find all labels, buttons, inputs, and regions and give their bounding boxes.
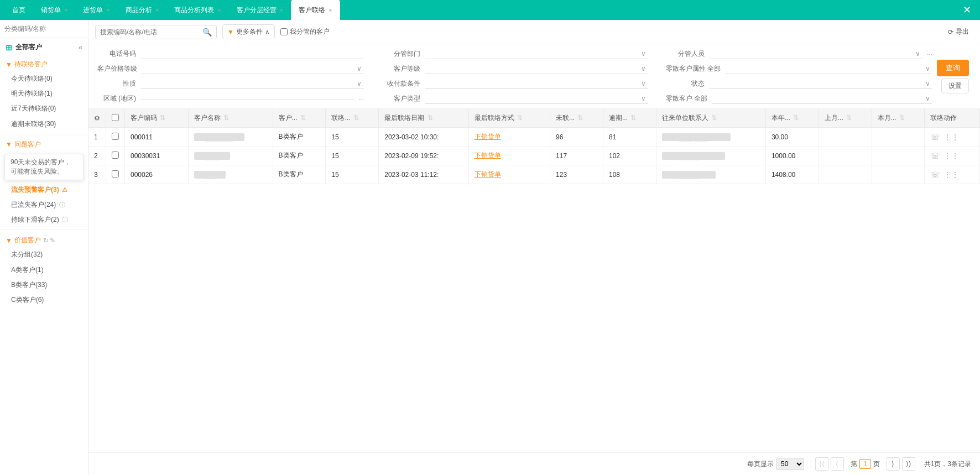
filter-dept-select[interactable]: ∨	[425, 49, 648, 59]
filter-status-select[interactable]: ∨	[709, 79, 932, 89]
sidebar-item-overdue-contact[interactable]: 逾期未联络(30)	[0, 117, 88, 132]
filter-search-input[interactable]	[100, 28, 202, 36]
close-customer-contact-tab[interactable]: ×	[329, 7, 332, 13]
filter-search-icon[interactable]: 🔍	[202, 28, 212, 36]
sidebar-item-class-b[interactable]: B类客户(33)	[0, 278, 88, 293]
select-all-checkbox[interactable]	[112, 114, 119, 121]
row-checkbox[interactable]	[106, 147, 125, 165]
type-sort-icon[interactable]: ⇅	[300, 114, 306, 122]
sidebar-item-declining[interactable]: 持续下滑客户(2) ⓘ	[0, 212, 88, 227]
filter-scatter-attr-select[interactable]: ∨	[725, 64, 932, 74]
filter-phone-input[interactable]	[140, 49, 364, 59]
group-value-customers[interactable]: ▼ 价值客户 ↻ ✎	[0, 232, 88, 247]
contact-action-icon[interactable]: ☏	[930, 152, 940, 160]
sidebar-search-input[interactable]	[4, 25, 87, 33]
row-checkbox[interactable]	[106, 128, 125, 147]
row-overdue: 102	[603, 147, 656, 165]
close-customer-tier-tab[interactable]: ×	[280, 7, 283, 13]
next-page-button[interactable]: ⟩	[887, 457, 900, 471]
contact-method-link[interactable]: 下销货单	[475, 170, 501, 178]
sidebar-item-tomorrow-contact[interactable]: 明天待联络(1)	[0, 86, 88, 101]
code-sort-icon[interactable]: ⇅	[160, 114, 165, 122]
person-sort-icon[interactable]: ⇅	[711, 114, 717, 122]
more-action-icon[interactable]: ⋮⋮	[943, 133, 959, 142]
filter-scatter-customer-select[interactable]: ∨	[712, 93, 932, 104]
col-checkbox[interactable]	[106, 109, 125, 128]
edit-icon[interactable]: ✎	[50, 237, 55, 244]
close-analysis-list-tab[interactable]: ×	[217, 7, 221, 13]
col-settings[interactable]: ⚙	[88, 109, 106, 128]
sidebar-item-class-a[interactable]: A类客户(1)	[0, 263, 88, 278]
tab-purchase[interactable]: 进货单 ×	[75, 0, 117, 20]
row-actions: ☏ ⋮⋮	[925, 165, 980, 184]
close-analysis-tab[interactable]: ×	[155, 7, 159, 13]
contact-sort-icon[interactable]: ⇅	[353, 114, 359, 122]
my-customers-checkbox[interactable]	[280, 28, 288, 35]
last-month-sort-icon[interactable]: ⇅	[846, 114, 852, 122]
tab-analysis-list[interactable]: 商品分析列表 ×	[166, 0, 228, 20]
tab-analysis[interactable]: 商品分析 ×	[118, 0, 166, 20]
divider-2	[0, 229, 88, 230]
filter-customer-level-select[interactable]: ∨	[425, 64, 648, 74]
no-contact-sort-icon[interactable]: ⇅	[577, 114, 583, 122]
row-contact-person: ██ ██	[656, 165, 765, 184]
date-sort-icon[interactable]: ⇅	[428, 114, 433, 122]
contact-method-link[interactable]: 下销货单	[475, 152, 501, 159]
more-action-icon[interactable]: ⋮⋮	[943, 152, 959, 160]
year-sort-icon[interactable]: ⇅	[793, 114, 799, 122]
row-last-contact-method[interactable]: 下销货单	[468, 165, 550, 184]
filter-manager-select[interactable]: ∨	[709, 49, 922, 59]
query-button[interactable]: 查询	[937, 60, 969, 76]
close-purchase-tab[interactable]: ×	[106, 7, 110, 13]
contact-action-icon[interactable]: ☏	[930, 170, 940, 179]
row-last-contact-method[interactable]: 下销货单	[468, 128, 550, 147]
tab-customer-contact[interactable]: 客户联络 ×	[291, 0, 340, 20]
manager-dots-button[interactable]: ···	[927, 50, 932, 58]
group-pending-contact[interactable]: ▼ 待联络客户	[0, 56, 88, 71]
sidebar-item-ungrouped[interactable]: 未分组(32)	[0, 247, 88, 262]
sidebar-item-churned[interactable]: 已流失客户(24) ⓘ	[0, 197, 88, 212]
window-close-button[interactable]: ✕	[958, 4, 976, 16]
row-checkbox[interactable]	[106, 165, 125, 184]
table-header-row: ⚙ 客户编码 ⇅ 客户名称 ⇅ 客户...	[88, 109, 980, 128]
sidebar-item-week-contact[interactable]: 近7天待联络(0)	[0, 101, 88, 116]
tab-sales[interactable]: 销货单 ×	[33, 0, 75, 20]
filter-nature-select[interactable]: ∨	[140, 79, 364, 89]
all-customers-header[interactable]: ⊞ 全部客户 «	[0, 38, 88, 56]
filter-customer-type-select[interactable]: ∨	[425, 93, 648, 104]
more-action-icon[interactable]: ⋮⋮	[943, 170, 959, 179]
per-page-select[interactable]: 50 100 200	[776, 458, 804, 470]
method-sort-icon[interactable]: ⇅	[517, 114, 523, 122]
filter-region-select[interactable]	[140, 97, 354, 100]
close-sales-tab[interactable]: ×	[64, 7, 67, 13]
tab-home[interactable]: 首页	[4, 0, 33, 20]
row-this-year: 30.00	[765, 128, 819, 147]
my-customers-checkbox-container[interactable]: 我分管的客户	[280, 27, 330, 36]
name-sort-icon[interactable]: ⇅	[223, 114, 229, 122]
settings-button[interactable]: 设置	[941, 79, 969, 93]
first-page-button[interactable]: ⟨⟨	[815, 457, 828, 471]
filter-customer-type-label: 客户类型	[382, 94, 420, 103]
more-conditions-button[interactable]: ▼ 更多条件 ∧	[222, 24, 275, 39]
overdue-sort-icon[interactable]: ⇅	[630, 114, 636, 122]
row-last-contact-date: 2023-03-02 10:30:	[379, 128, 468, 147]
contact-method-link[interactable]: 下销货单	[475, 133, 501, 140]
region-dots-button[interactable]: ···	[358, 95, 364, 103]
export-button[interactable]: ⟳ 导出	[943, 25, 973, 39]
tab-customer-tier[interactable]: 客户分层经营 ×	[229, 0, 291, 20]
sidebar-item-today-contact[interactable]: 今天待联络(0)	[0, 71, 88, 86]
contact-action-icon[interactable]: ☏	[930, 133, 940, 142]
row-last-month	[819, 128, 872, 147]
col-this-month: 本月... ⇅	[872, 109, 925, 128]
row-last-contact-method[interactable]: 下销货单	[468, 147, 550, 165]
refresh-icon[interactable]: ↻	[43, 237, 49, 244]
prev-page-button[interactable]: ⟨	[831, 457, 844, 471]
group-problem-customers[interactable]: ▼ 问题客户	[0, 137, 88, 152]
this-month-sort-icon[interactable]: ⇅	[899, 114, 905, 122]
col-customer-type: 客户... ⇅	[273, 109, 326, 128]
sidebar-item-class-c[interactable]: C类客户(6)	[0, 293, 88, 307]
filter-price-level-select[interactable]: ∨	[142, 64, 364, 74]
filter-payment-select[interactable]: ∨	[425, 79, 648, 89]
last-page-button[interactable]: ⟩⟩	[902, 457, 915, 471]
sidebar-item-churn-warning[interactable]: 流失预警客户(3) ⚠	[0, 182, 88, 197]
